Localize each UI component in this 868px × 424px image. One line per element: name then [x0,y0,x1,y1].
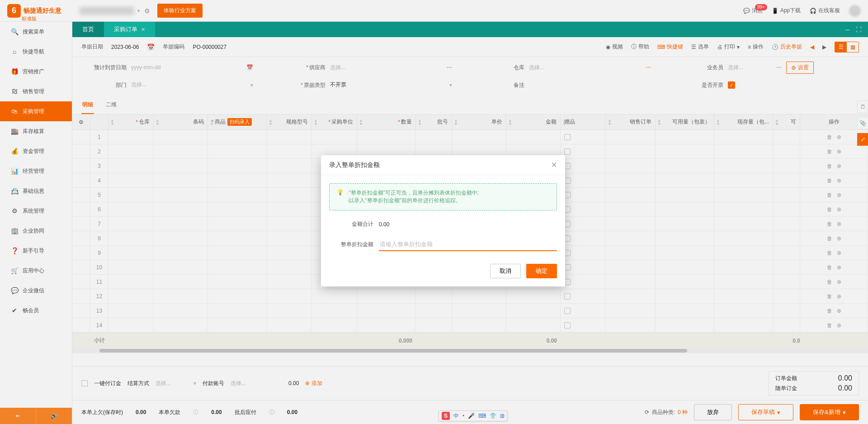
field-total: 金额合计 0.00 [329,220,557,228]
close-icon[interactable]: ✕ [551,161,557,169]
modal-body: 💡 ·"整单折扣金额"可正可负，且将分摊到表体折扣金额中; ·以录入"整单折扣金… [321,175,565,259]
modal-title: 录入整单折扣金额 [329,161,380,169]
tip-box: 💡 ·"整单折扣金额"可正可负，且将分摊到表体折扣金额中; ·以录入"整单折扣金… [329,183,557,210]
discount-modal: 录入整单折扣金额 ✕ 💡 ·"整单折扣金额"可正可负，且将分摊到表体折扣金额中;… [321,155,565,286]
tip-line-2: ·以录入"整单折扣金额"前的单价进行价格追踪。 [347,197,479,205]
bulb-icon: 💡 [337,189,344,205]
tip-line-1: ·"整单折扣金额"可正可负，且将分摊到表体折扣金额中; [347,189,479,197]
total-value: 0.00 [379,221,557,228]
discount-label: 整单折扣金额 [329,241,379,248]
modal-header: 录入整单折扣金额 ✕ [321,155,565,175]
ok-button[interactable]: 确定 [526,264,557,278]
modal-footer: 取消 确定 [321,259,565,286]
cancel-button[interactable]: 取消 [490,264,521,278]
field-discount: 整单折扣金额 [329,238,557,251]
discount-input[interactable] [379,238,557,251]
total-label: 金额合计 [329,220,379,228]
